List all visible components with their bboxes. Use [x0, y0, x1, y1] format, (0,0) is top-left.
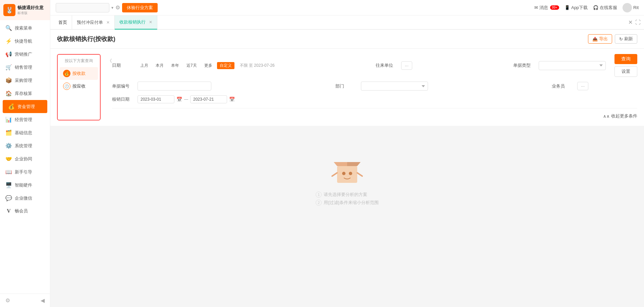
setting-button[interactable]: 设置 [614, 66, 637, 77]
tab-expand-icon[interactable]: ⛶ [635, 19, 641, 25]
tab-prepay-close[interactable]: ✕ [106, 20, 110, 25]
sidebar-item-wechat[interactable]: 💬 企业微信 [0, 192, 50, 205]
writeoff-date-start[interactable] [138, 95, 174, 103]
export-button[interactable]: 📤 导出 [588, 34, 612, 44]
partner-input-btn[interactable]: ··· [401, 61, 412, 70]
sidebar-item-member[interactable]: V 畅会员 [0, 205, 50, 217]
tab-prepay-label: 预付冲应付单 [77, 19, 103, 25]
sidebar-label-operation: 经营管理 [15, 117, 32, 123]
sidebar-item-enterprise[interactable]: 🤝 企业协同 [0, 152, 50, 165]
doc-no-input[interactable] [138, 82, 211, 91]
online-service-btn[interactable]: 🎧 在线客服 [593, 5, 617, 11]
header-search-input[interactable] [56, 3, 109, 12]
empty-step-1-text: 请先选择要分析的方案 [324, 192, 367, 198]
sidebar-item-shortcut[interactable]: ⚡ 快捷导航 [0, 35, 50, 48]
tab-bar-right: ✕ ⛶ [628, 19, 641, 25]
enterprise-icon: 🤝 [5, 156, 12, 162]
date-separator: — [184, 97, 188, 102]
sidebar-label-marketing: 营销推广 [15, 51, 32, 57]
tab-close-all-icon[interactable]: ✕ [628, 19, 633, 25]
date-hint-group: 不限 至 2023-07-26 [240, 63, 275, 68]
sidebar-label-wechat: 企业微信 [15, 195, 32, 201]
sidebar-item-operation[interactable]: 📊 经营管理 [0, 113, 50, 126]
marketing-icon: 📢 [5, 51, 12, 57]
filter-option-by-receipt[interactable]: 💰 按收款 [60, 67, 98, 80]
sidebar-item-finance[interactable]: 💰 资金管理 [3, 100, 47, 113]
date-tab-this-year[interactable]: 本年 [168, 62, 182, 69]
industry-btn[interactable]: 休验行业方案 [122, 3, 158, 12]
dept-label: 部门 [335, 83, 356, 89]
tab-writeoff[interactable]: 收款核销执行 ✕ [115, 15, 157, 30]
sidebar-item-system[interactable]: ⚙️ 系统管理 [0, 139, 50, 152]
tab-writeoff-close[interactable]: ✕ [149, 20, 152, 24]
sidebar-item-inventory[interactable]: 🏠 库存核算 [0, 87, 50, 100]
service-icon: 🎧 [593, 5, 598, 10]
sidebar-label-enterprise: 企业协同 [15, 156, 32, 162]
sidebar-label-member: 畅会员 [15, 208, 28, 214]
query-button[interactable]: 查询 [614, 54, 637, 64]
sidebar-label-finance: 资金管理 [17, 104, 35, 110]
calendar-start-icon[interactable]: 📅 [176, 97, 182, 102]
dept-select[interactable] [361, 82, 428, 91]
refresh-label: 刷新 [624, 36, 633, 42]
salesperson-btn[interactable]: ··· [577, 82, 588, 90]
page-title: 收款核销执行(按收款) [57, 35, 115, 48]
svg-line-4 [357, 173, 362, 176]
sidebar-label-search: 搜索菜单 [15, 25, 32, 31]
collapse-sidebar-icon[interactable]: ◀ [41, 297, 45, 304]
sidebar-item-hardware[interactable]: 🖥️ 智能硬件 [0, 178, 50, 192]
finance-icon: 💰 [8, 103, 15, 110]
calendar-end-icon[interactable]: 📅 [229, 97, 235, 102]
avatar [623, 3, 632, 12]
step-num-2: 2 [316, 200, 322, 206]
settings-gear-icon[interactable]: ⚙ [115, 4, 120, 11]
filter-row-docno: 单据编号 部门 业务员 ··· [112, 82, 637, 91]
message-badge: 99+ [550, 5, 559, 10]
settings-icon[interactable]: ⚙ [5, 297, 10, 304]
empty-svg [327, 153, 367, 186]
writeoff-date-end[interactable] [190, 95, 227, 103]
filter-divider [112, 108, 637, 108]
collapse-more-label: 收起更多条件 [611, 113, 637, 119]
tab-home[interactable]: 首页 [54, 15, 72, 30]
filter-collapse-btn[interactable]: 《 [107, 55, 112, 67]
sidebar-label-basic: 基础信息 [15, 130, 32, 136]
collapse-more-btn[interactable]: ∧∧ 收起更多条件 [112, 112, 637, 120]
date-tab-last-month[interactable]: 上月 [138, 62, 151, 69]
sidebar-item-marketing[interactable]: 📢 营销推广 [0, 48, 50, 61]
app-logo: 🐰 畅捷通好生意 标准版 [0, 0, 50, 20]
doc-type-select[interactable] [539, 61, 606, 70]
purchase-icon: 📦 [5, 77, 12, 84]
tab-prepay[interactable]: 预付冲应付单 ✕ [72, 15, 115, 30]
message-btn[interactable]: ✉ 消息 99+ [534, 5, 559, 11]
filter-option-receivable-label: 按应收 [72, 83, 86, 89]
sidebar-item-search[interactable]: 🔍 搜索菜单 [0, 21, 50, 35]
date-tab-more[interactable]: 更多 [202, 62, 215, 69]
top-header: ▾ ⚙ 休验行业方案 ✉ 消息 99+ 📱 App下载 🎧 在线客服 Rit [50, 0, 644, 15]
app-download-btn[interactable]: 📱 App下载 [565, 5, 588, 11]
date-tab-custom[interactable]: 自定义 [217, 62, 234, 69]
user-label: Rit [633, 5, 639, 10]
sidebar-item-guide[interactable]: 📖 新手引导 [0, 165, 50, 178]
sidebar-item-basic[interactable]: 🗂️ 基础信息 [0, 126, 50, 139]
sidebar-label-purchase: 采购管理 [15, 78, 32, 84]
sidebar-label-system: 系统管理 [15, 143, 32, 149]
sales-icon: 🛒 [5, 64, 12, 70]
sidebar-item-sales[interactable]: 🛒 销售管理 [0, 61, 50, 74]
sidebar-nav: 🔍 搜索菜单 ⚡ 快捷导航 📢 营销推广 🛒 销售管理 📦 采购管理 🏠 库存核… [0, 20, 50, 294]
sidebar: 🐰 畅捷通好生意 标准版 🔍 搜索菜单 ⚡ 快捷导航 📢 营销推广 🛒 销售管理… [0, 0, 50, 307]
operation-icon: 📊 [5, 116, 12, 123]
sidebar-item-purchase[interactable]: 📦 采购管理 [0, 74, 50, 87]
filter-option-by-receivable[interactable]: 🕐 按应收 [60, 80, 98, 93]
sidebar-label-sales: 销售管理 [15, 64, 32, 70]
hardware-icon: 🖥️ [5, 182, 12, 188]
dropdown-icon[interactable]: ▾ [111, 5, 113, 10]
empty-steps: 1 请先选择要分析的方案 2 用[过滤]条件来缩小分析范围 [316, 192, 378, 206]
date-tab-this-month[interactable]: 本月 [153, 62, 166, 69]
refresh-button[interactable]: ↻ 刷新 [615, 34, 637, 44]
user-info[interactable]: Rit [623, 3, 639, 12]
tab-bar: 首页 预付冲应付单 ✕ 收款核销执行 ✕ ✕ ⛶ [50, 15, 644, 30]
sidebar-label-guide: 新手引导 [15, 169, 32, 175]
message-label: 消息 [539, 5, 548, 11]
date-tab-7days[interactable]: 近7天 [184, 62, 200, 69]
